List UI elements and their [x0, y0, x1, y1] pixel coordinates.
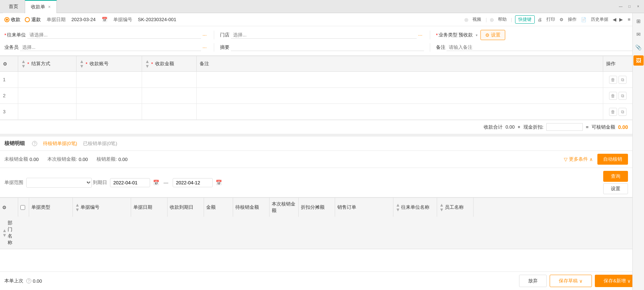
right-sidebar: ⊞ ✉ 📎 🖼 [632, 13, 644, 290]
settings-btn[interactable]: ⚙ 设置 [480, 30, 505, 40]
counterpart-more-btn[interactable]: ··· [201, 32, 208, 38]
next-icon[interactable]: ▶ [619, 17, 623, 22]
td-settle-1[interactable] [18, 72, 76, 87]
history-btn[interactable]: 历史单据 [589, 16, 610, 23]
help-btn[interactable]: 帮助 [496, 16, 508, 23]
shortcut-btn[interactable]: 快捷键 [515, 15, 535, 24]
store-input[interactable] [231, 31, 417, 39]
hexiao-table-header: ⚙ 单据类型 ▲▼ 单据编号 单据日期 收款到期日 金额 待核销金额 [0, 197, 632, 249]
hexiao-header: 核销明细 ? 待核销单据(0笔) 已核销单据(0笔) [0, 137, 632, 151]
td-amount-3[interactable] [142, 104, 197, 119]
close-btn[interactable]: × [635, 4, 641, 9]
radio-receive-dot [4, 17, 9, 22]
td-amount-1[interactable] [142, 72, 197, 87]
date-to-input[interactable] [173, 178, 213, 187]
select-all-checkbox[interactable] [20, 205, 25, 210]
counterpart-input[interactable] [27, 31, 201, 39]
hexiao-th-settings[interactable]: ⚙ [0, 198, 18, 217]
cal-from-icon[interactable]: 📅 [153, 180, 159, 185]
td-remark-1[interactable] [197, 72, 603, 87]
discount-input[interactable] [546, 123, 583, 131]
hexiao-th-bill-date-label: 单据日期 [133, 204, 152, 211]
delete-icon-3[interactable]: 🗑 [609, 108, 617, 116]
delete-icon-1[interactable]: 🗑 [609, 76, 617, 84]
chevron-up-icon: ∧ [589, 157, 593, 162]
query-btn[interactable]: 查询 [603, 171, 628, 182]
set-btn[interactable]: 设置 [603, 183, 628, 194]
date-label: 单据日期 [47, 16, 66, 23]
required-star2: * [436, 32, 438, 38]
sidebar-image-icon[interactable]: 🖼 [633, 55, 644, 66]
tab-current[interactable]: 收款单 × [25, 0, 57, 13]
td-remark-2[interactable] [197, 88, 603, 103]
staff-field: 业务员 ··· [4, 44, 208, 51]
td-settle-2[interactable] [18, 88, 76, 103]
store-more-btn[interactable]: ··· [417, 32, 424, 38]
th-settle: ▲▼ * 结算方式 [18, 56, 76, 71]
th-settings[interactable]: ⚙ [0, 56, 18, 71]
toolbar-right: ◎ 视频 | ◎ 帮助 | 快捷键 🖨 打印 ⚙ 操作 📄 历史单据 ◀ ▶ ≡… [464, 15, 640, 24]
dropdown-arrow-icon[interactable]: ▾ [476, 33, 478, 37]
staff-input[interactable] [20, 44, 201, 51]
date-sep: — [164, 180, 168, 185]
td-account-2[interactable] [76, 88, 142, 103]
td-remark-3[interactable] [197, 104, 603, 119]
calendar-icon[interactable]: 📅 [102, 17, 107, 22]
tab-close-btn[interactable]: × [48, 4, 51, 9]
radio-refund[interactable]: 退款 [25, 16, 41, 23]
prev-icon[interactable]: ◀ [613, 17, 616, 22]
hexiao-th-checkbox[interactable] [18, 198, 29, 217]
td-settle-3[interactable] [18, 104, 76, 119]
copy-icon-1[interactable]: ⧉ [619, 76, 627, 84]
save-new-chevron: ∨ [627, 278, 631, 284]
hexiao-th-due-date: 收款到期日 [168, 198, 204, 217]
toolbar: 收款 退款 单据日期 2023-03-24 📅 单据编号 SK-20230324… [0, 13, 644, 26]
copy-icon-2[interactable]: ⧉ [619, 92, 627, 100]
copy-icon-3[interactable]: ⧉ [619, 108, 627, 116]
operation-btn[interactable]: 操作 [566, 16, 578, 23]
abandon-btn[interactable]: 放弃 [519, 275, 547, 287]
td-action-2: 🗑 ⧉ [603, 88, 632, 103]
layout-list-icon[interactable]: ≡ [626, 16, 632, 23]
tab-done[interactable]: 已核销单据(0笔) [83, 140, 117, 147]
td-amount-2[interactable] [142, 88, 197, 103]
divider-1 [214, 31, 214, 39]
radio-receive[interactable]: 收款 [4, 16, 20, 23]
summary-input[interactable] [231, 44, 424, 51]
remark-input[interactable] [447, 44, 640, 51]
td-account-1[interactable] [76, 72, 142, 87]
more-conditions-btn[interactable]: ▽ 更多条件 ∧ [564, 156, 593, 162]
bottom-bar: 本单上次 ? 0.00 放弃 保存草稿 ∨ 保存&新增 ∨ [0, 271, 644, 290]
th-account: ▲▼ * 收款账号 [76, 56, 142, 71]
maximize-btn[interactable]: □ [627, 4, 632, 9]
hexiao-th-pending: 待核销金额 [233, 198, 270, 217]
th-action-label: 操作 [606, 60, 616, 67]
sort-icon2: ▲▼ [79, 59, 84, 68]
info-icon[interactable]: ? [32, 141, 37, 146]
auto-btn[interactable]: 自动核销 [597, 154, 628, 165]
staff-more-btn[interactable]: ··· [201, 44, 208, 50]
summary-label: 摘要 [220, 44, 229, 51]
hexiao-th-sales-order: 销售订单 [335, 198, 393, 217]
range-label: 单据范围 [4, 179, 23, 186]
delete-icon-2[interactable]: 🗑 [609, 92, 617, 100]
minimize-btn[interactable]: — [618, 4, 624, 9]
radio-refund-label: 退款 [31, 16, 41, 23]
bottom-info: 本单上次 ? 0.00 [4, 278, 42, 284]
sidebar-table-icon[interactable]: ⊞ [633, 16, 644, 26]
range-select[interactable] [26, 178, 92, 188]
sidebar-attachment-icon[interactable]: 📎 [633, 42, 644, 52]
bottom-info-icon[interactable]: ? [26, 278, 31, 283]
tab-pending[interactable]: 待核销单据(0笔) [43, 140, 77, 147]
cal-to-icon[interactable]: 📅 [216, 180, 222, 185]
date-from-input[interactable] [110, 178, 150, 187]
save-new-label: 保存&新增 [604, 278, 626, 284]
td-account-3[interactable] [76, 104, 142, 119]
video-btn[interactable]: 视频 [471, 16, 483, 23]
circle-icon: ◎ [464, 17, 468, 22]
table-row: 1 🗑 ⧉ [0, 72, 632, 88]
print-btn[interactable]: 打印 [545, 16, 557, 23]
tab-home[interactable]: 首页 [3, 0, 24, 13]
save-draft-btn[interactable]: 保存草稿 ∨ [550, 275, 592, 287]
sidebar-mail-icon[interactable]: ✉ [633, 29, 644, 39]
